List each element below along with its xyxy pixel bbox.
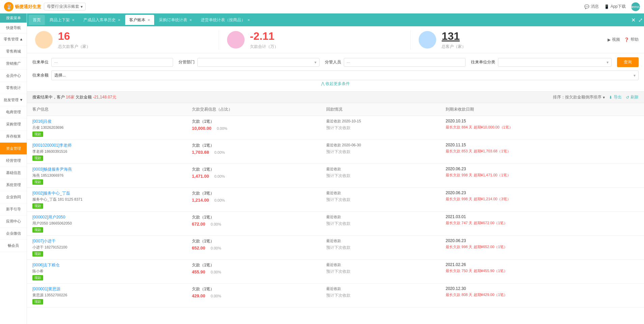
filter-balance: 往来余额 选择... ▾ [32, 70, 639, 80]
last-collection-label-6: 最近收款 [326, 263, 341, 267]
sidebar-item-operation[interactable]: 经营管理 [0, 155, 27, 167]
export-icon: ⬇ [609, 95, 612, 100]
overdue-info-4[interactable]: 最长欠款 747 天 超期¥672.00（1笔） [446, 220, 639, 226]
tab-purchase-stats[interactable]: 进货单统计表（按商品） ✕ [197, 15, 254, 25]
department-select[interactable]: ▾ [197, 58, 319, 67]
sidebar-item-capital[interactable]: 资金管理 [0, 143, 27, 155]
due-date-7: 2020.12.30 [446, 286, 639, 291]
export-button[interactable]: ⬇ 导出 [609, 94, 622, 100]
debt-percent-6: 0.00% [211, 270, 221, 274]
search-button[interactable]: 查询 [617, 57, 639, 67]
tab-close-icon[interactable]: ✕ [72, 18, 75, 22]
sidebar-item-ecommerce[interactable]: 电商管理 [0, 106, 27, 118]
from-unit-input[interactable]: ··· [51, 58, 173, 67]
unit-classify-select[interactable]: ▾ [498, 58, 612, 67]
sidebar-item-inventory[interactable]: 库存核算 [0, 130, 27, 143]
filter-from-unit: 往来单位 ··· [32, 58, 173, 67]
debt-amount-6[interactable]: 455.90 [192, 269, 205, 274]
sidebar-item-retail-mall[interactable]: 零售商城 [0, 46, 27, 58]
refresh-button[interactable]: ↺ 刷新 [626, 94, 639, 100]
customer-phone-5: 小进干 18279152100 [32, 245, 181, 250]
sidebar-item-member[interactable]: 会员中心 [0, 70, 27, 82]
customer-name-4[interactable]: [000002]用户2050 [32, 214, 181, 220]
sidebar-item-vip[interactable]: 畅会员 [0, 240, 27, 252]
search-menu[interactable]: 搜索菜单 [0, 13, 27, 23]
sidebar-item-system[interactable]: 系统管理 [0, 179, 27, 191]
customer-name-7[interactable]: [000001]黄思源 [32, 286, 181, 292]
sidebar-item-enterprise[interactable]: 企业协同 [0, 191, 27, 203]
customer-name-6[interactable]: [0006]去下粮仓 [32, 262, 181, 268]
tab-product-shelf[interactable]: 商品上下架 ✕ [46, 15, 79, 25]
sidebar-item-retail-stats[interactable]: 零售统计 [0, 82, 27, 94]
debt-amount-0[interactable]: 10,000.00 [192, 126, 212, 131]
tab-close-icon[interactable]: ✕ [118, 18, 120, 22]
sidebar-item-app-center[interactable]: 应用中心 [0, 215, 27, 228]
message-icon: 💬 [584, 4, 589, 9]
cell-debt-2: 欠款（1笔） 1,471.00 0.00% [187, 164, 321, 188]
quick-nav[interactable]: 快捷导航 [0, 23, 27, 33]
video-button[interactable]: ▶ 视频 [608, 37, 620, 42]
customer-name-5[interactable]: [0007]小进干 [32, 238, 181, 244]
sidebar-item-marketing[interactable]: 营销推广 [0, 58, 27, 70]
debt-amount-5[interactable]: 652.00 [192, 245, 205, 251]
manager-input[interactable]: ··· [344, 58, 466, 67]
filter-row-1: 往来单位 ··· 分管部门 ▾ [32, 57, 639, 67]
stat-block-customers: 16 总欠款客户（家） [27, 30, 219, 50]
sidebar-item-enterprise-wechat[interactable]: 企业微信 [0, 228, 27, 240]
overdue-info-2[interactable]: 最长欠款 998 天 超期¥1,471.00（1笔） [446, 173, 639, 178]
tab-product-history[interactable]: 产成品入库单历史 ✕ [79, 15, 124, 25]
sidebar-item-guide[interactable]: 新手引导 [0, 203, 27, 215]
message-button[interactable]: 💬 消息 [584, 4, 599, 9]
sort-caret-icon: ▾ [603, 95, 605, 100]
customer-name-0[interactable]: [0016]吕俊 [32, 119, 181, 124]
debt-amount-2[interactable]: 1,471.00 [192, 174, 209, 179]
collapse-label: 收起更多条件 [326, 81, 350, 86]
debt-amount-1[interactable]: 1,703.68 [192, 150, 209, 155]
overdue-info-5[interactable]: 最长欠款 998 天 超期¥652.00（1笔） [446, 244, 639, 249]
collapse-row[interactable]: ⋀ 收起更多条件 [32, 80, 639, 87]
customer-name-3[interactable]: [0002]服务中心_丁磊 [32, 190, 181, 196]
sidebar-item-basic-info[interactable]: 基础信息 [0, 167, 27, 179]
tab-close-icon[interactable]: ✕ [189, 18, 192, 22]
department-caret-icon: ▾ [314, 60, 316, 65]
cell-debt-7: 欠款（1笔） 429.00 0.00% [187, 284, 321, 307]
tab-purchase-order[interactable]: 采购订单统计表 ✕ [155, 15, 196, 25]
customer-phone-6: 陈小希 [32, 269, 181, 274]
tab-close-icon[interactable]: ✕ [147, 18, 150, 22]
cell-debt-3: 欠款（3笔） 1,214.00 0.00% [187, 188, 321, 212]
overdue-info-0[interactable]: 最长欠款 884 天 超期¥10,000.00（1笔） [446, 125, 639, 130]
customer-name-2[interactable]: [0003]畅捷服务尹海燕 [32, 167, 181, 172]
cell-debt-1: 欠款（1笔） 1,703.68 0.00% [187, 140, 321, 164]
app-download-button[interactable]: 📱 App下载 [604, 4, 626, 9]
last-collection-date-1: 2020-06-30 [342, 143, 361, 147]
help-button[interactable]: ❓ 帮助 [624, 37, 639, 42]
overdue-info-3[interactable]: 最长欠款 998 天 超期¥1,214.00（3笔） [446, 197, 639, 202]
overdue-info-1[interactable]: 最长欠款 853 天 超期¥1,703.68（1笔） [446, 149, 639, 154]
arrow-icon: ▲ [20, 37, 23, 41]
overdue-info-7[interactable]: 最长欠款 808 天 超期¥429.00（1笔） [446, 292, 639, 297]
cell-customer-2: [0003]畅捷服务尹海燕 海燕 18513066976 现款 [27, 164, 187, 188]
sort-selector[interactable]: 排序：按欠款金额倒序排序 ▾ [553, 94, 605, 100]
sidebar-item-purchase[interactable]: 采购管理 [0, 118, 27, 130]
top-bar-right: 💬 消息 📱 App下载 demo2 [584, 2, 640, 11]
debt-amount-7[interactable]: 429.00 [192, 293, 205, 298]
unit-classify-caret-icon: ▾ [607, 60, 609, 65]
tab-customer-account[interactable]: 客户账本 ✕ [125, 15, 154, 25]
debt-amount-3[interactable]: 1,214.00 [192, 198, 209, 203]
avatar[interactable]: demo2 [631, 2, 640, 11]
svg-rect-3 [424, 40, 427, 43]
sidebar-item-batch-mgmt[interactable]: 批发管理 ▼ [0, 94, 27, 106]
sidebar-label: 批发管理 [4, 98, 19, 102]
store-selector[interactable]: 母婴行业演示账套 ▾ [44, 3, 86, 10]
tab-restore-icon[interactable]: ⤢ [638, 17, 643, 23]
debt-count-3: 欠款（3笔） [192, 190, 215, 196]
sidebar-item-retail-mgmt[interactable]: 零售管理 ▲ [0, 33, 27, 46]
table-row: [0003]畅捷服务尹海燕 海燕 18513066976 现款 欠款（1笔） 1… [27, 164, 644, 188]
balance-select[interactable]: 选择... ▾ [51, 70, 639, 80]
overdue-info-6[interactable]: 最长欠款 750 天 超期¥455.90（1笔） [446, 268, 639, 273]
customer-name-1[interactable]: [00010200001]李老师 [32, 143, 181, 148]
tab-close-all-icon[interactable]: ✕ [631, 17, 636, 23]
debt-amount-4[interactable]: 672.00 [192, 222, 205, 227]
tab-home[interactable]: 首页 [29, 15, 45, 25]
tab-close-icon[interactable]: ✕ [247, 18, 250, 22]
